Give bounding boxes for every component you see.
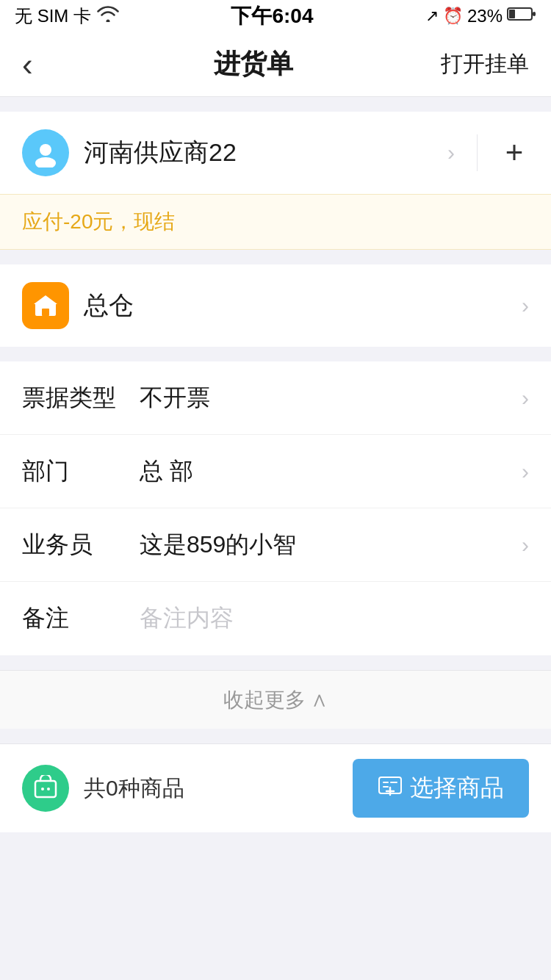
- form-section: 票据类型 不开票 › 部门 总 部 › 业务员 这是859的小智 › 备注 备注…: [0, 361, 551, 655]
- department-row[interactable]: 部门 总 部 ›: [0, 435, 551, 508]
- warehouse-chevron-icon: ›: [522, 293, 529, 318]
- invoice-type-value: 不开票: [125, 382, 522, 414]
- supplier-avatar: [22, 129, 69, 176]
- nav-bar: ‹ 进货单 打开挂单: [0, 32, 551, 97]
- supplier-name: 河南供应商22: [84, 136, 447, 170]
- status-right: ↗ ⏰ 23%: [425, 6, 536, 26]
- svg-point-10: [47, 788, 50, 790]
- battery-icon: [507, 6, 536, 26]
- svg-rect-2: [533, 12, 536, 16]
- warehouse-row[interactable]: 总仓 ›: [0, 264, 551, 347]
- location-icon: ↗: [425, 7, 439, 26]
- warehouse-icon: [22, 282, 69, 329]
- carrier-text: 无 SIM 卡: [15, 4, 91, 28]
- svg-marker-6: [34, 295, 57, 304]
- add-supplier-button[interactable]: +: [500, 135, 529, 170]
- supplier-chevron-icon: ›: [447, 140, 455, 165]
- section-divider-2: [0, 250, 551, 264]
- warehouse-section: 总仓 ›: [0, 264, 551, 347]
- wifi-icon: [97, 6, 119, 26]
- notice-text: 应付-20元，现结: [22, 210, 175, 233]
- salesperson-chevron-icon: ›: [522, 533, 529, 558]
- collapse-text: 收起更多 ∧: [223, 686, 328, 714]
- salesperson-value: 这是859的小智: [125, 529, 522, 561]
- department-label: 部门: [22, 455, 125, 488]
- supplier-section: 河南供应商22 › + 应付-20元，现结: [0, 112, 551, 250]
- invoice-chevron-icon: ›: [522, 386, 529, 411]
- status-bar: 无 SIM 卡 下午6:04 ↗ ⏰ 23%: [0, 0, 551, 32]
- status-time: 下午6:04: [231, 2, 313, 30]
- select-product-button[interactable]: 选择商品: [353, 759, 529, 818]
- bottom-bar: 共0种商品 选择商品: [0, 743, 551, 832]
- invoice-type-label: 票据类型: [22, 382, 125, 414]
- back-button[interactable]: ‹: [22, 46, 66, 83]
- page-title: 进货单: [214, 46, 293, 82]
- status-left: 无 SIM 卡: [15, 4, 119, 28]
- product-count-text: 共0种商品: [84, 774, 353, 804]
- open-pending-button[interactable]: 打开挂单: [441, 49, 529, 79]
- notice-bar: 应付-20元，现结: [0, 194, 551, 250]
- department-value: 总 部: [125, 455, 522, 488]
- vertical-divider: [477, 134, 478, 171]
- remark-label: 备注: [22, 602, 125, 635]
- salesperson-label: 业务员: [22, 529, 125, 561]
- supplier-row[interactable]: 河南供应商22 › +: [0, 112, 551, 194]
- department-chevron-icon: ›: [522, 459, 529, 484]
- svg-point-9: [41, 788, 44, 790]
- svg-rect-7: [42, 309, 49, 316]
- invoice-type-row[interactable]: 票据类型 不开票 ›: [0, 361, 551, 435]
- alarm-icon: ⏰: [443, 7, 463, 26]
- svg-point-3: [40, 144, 51, 156]
- remark-row[interactable]: 备注 备注内容: [0, 582, 551, 655]
- battery-text: 23%: [467, 6, 503, 26]
- section-divider-1: [0, 97, 551, 112]
- svg-rect-8: [35, 781, 56, 797]
- svg-point-4: [35, 157, 56, 167]
- collapse-bar[interactable]: 收起更多 ∧: [0, 670, 551, 729]
- warehouse-name: 总仓: [84, 289, 522, 323]
- svg-rect-1: [509, 10, 515, 18]
- remark-input[interactable]: 备注内容: [125, 602, 529, 635]
- select-product-label: 选择商品: [410, 772, 504, 804]
- product-icon: [22, 765, 69, 812]
- salesperson-row[interactable]: 业务员 这是859的小智 ›: [0, 508, 551, 582]
- select-product-icon: [378, 775, 403, 802]
